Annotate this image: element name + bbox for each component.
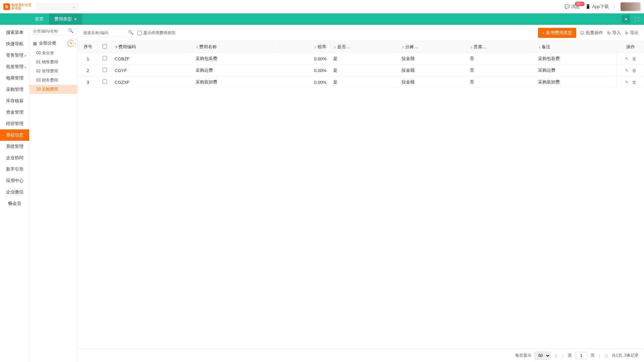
cell-op: ✎ 🗑 <box>617 76 644 88</box>
close-all-tabs-button[interactable]: ✕ <box>622 15 630 23</box>
col-ticket[interactable]: ▲▼普票… <box>466 41 535 53</box>
search-icon[interactable]: 🔍 <box>128 30 133 35</box>
nav-item-12[interactable]: 新手引导 <box>0 164 29 175</box>
cell-op: ✎ 🗑 <box>617 53 644 65</box>
search-input[interactable] <box>83 29 133 37</box>
import-label: 导入 <box>612 30 621 36</box>
row-checkbox[interactable] <box>103 68 107 72</box>
batch-button[interactable]: ☑ 批量操作 <box>580 30 603 36</box>
prev-page-button[interactable]: ⟨ <box>561 353 565 358</box>
nav-item-7[interactable]: 资金管理 <box>0 107 29 118</box>
nav-item-10[interactable]: 系统管理 <box>0 141 29 152</box>
cell-ticket: 否 <box>466 76 535 88</box>
nav-label: 采购管理 <box>6 86 23 93</box>
logo-icon: b <box>3 3 10 10</box>
show-disabled-input[interactable] <box>138 31 142 35</box>
nav-item-5[interactable]: 采购管理 <box>0 84 29 95</box>
add-button[interactable]: + 新增费用类型 <box>538 28 576 38</box>
cell-checkbox <box>98 53 111 65</box>
row-checkbox[interactable] <box>103 56 107 60</box>
delete-icon[interactable]: 🗑 <box>632 80 636 85</box>
col-seq[interactable]: 序号 <box>78 41 98 53</box>
company-selector[interactable]: ⌄ <box>36 3 79 10</box>
nav-item-9[interactable]: 基础信息 <box>0 129 29 141</box>
messages-badge: 99 + <box>575 2 585 6</box>
nav-label: 新手引导 <box>6 166 23 172</box>
nav-item-13[interactable]: 应用中心 <box>0 175 29 186</box>
cell-name: 采购包装费 <box>192 53 274 65</box>
cell-ticket: 否 <box>466 65 535 76</box>
batch-label: 批量操作 <box>586 30 603 36</box>
row-checkbox[interactable] <box>103 79 107 84</box>
col-code[interactable]: ▲▼费用编码 <box>111 41 192 53</box>
first-page-button[interactable]: |⟨ <box>554 353 558 358</box>
delete-icon[interactable]: 🗑 <box>632 56 636 61</box>
category-item-1[interactable]: 01 销售费用 <box>30 58 77 67</box>
nav-item-14[interactable]: 企业微信 <box>0 186 29 198</box>
nav-label: 电商管理 <box>6 75 23 81</box>
show-disabled-checkbox[interactable]: 显示停用费用类型 <box>138 30 175 36</box>
nav-label: 快捷导航 <box>6 41 23 47</box>
next-page-button[interactable]: ⟩ <box>598 353 601 358</box>
cell-name: 采购装卸费 <box>192 76 274 88</box>
tab-1[interactable]: 费用类型✕ <box>49 13 82 25</box>
tab-0[interactable]: 首页 <box>30 13 49 25</box>
page-input[interactable] <box>575 352 587 359</box>
plus-icon: + <box>542 31 545 36</box>
close-icon[interactable]: ✕ <box>74 17 77 21</box>
app-download-label: App下载 <box>592 4 608 10</box>
per-page-select[interactable]: 50 <box>535 352 551 360</box>
cell-checkbox <box>98 65 111 76</box>
nav-label: 应用中心 <box>6 178 23 184</box>
avatar[interactable] <box>621 2 641 11</box>
fullscreen-button[interactable]: ⛶ <box>633 15 641 23</box>
divider: | <box>614 4 615 9</box>
nav-item-3[interactable]: 批发管理▸ <box>0 61 29 72</box>
category-item-2[interactable]: 02 管理费用 <box>30 67 77 76</box>
cell-name: 采购运费 <box>192 65 274 76</box>
messages-link[interactable]: 💬 消息 99 + <box>565 4 580 10</box>
nav-item-0[interactable]: 搜索菜单 <box>0 27 29 38</box>
nav-item-4[interactable]: 电商管理 <box>0 72 29 84</box>
left-nav: 搜索菜单快捷导航零售管理▸批发管理▸电商管理采购管理库存核算资金管理经营管理基础… <box>0 25 30 362</box>
col-remark[interactable]: ▲▼备注 <box>535 41 617 53</box>
category-item-4[interactable]: 20 采购费用 <box>30 85 77 94</box>
import-icon: ↻ <box>607 31 611 36</box>
col-alloc[interactable]: ▲▼分摊… <box>398 41 467 53</box>
search-icon[interactable]: 🔍 <box>68 28 73 33</box>
cell-alloc: 按金额 <box>398 65 467 76</box>
cell-code: CGZXF <box>111 76 192 88</box>
logo: b 畅捷通好生意 标准版 <box>3 3 33 10</box>
app-download-link[interactable]: 📱 App下载 <box>585 4 608 10</box>
tab-bar: 首页费用类型✕ ✕ ⛶ <box>0 13 644 25</box>
category-item-0[interactable]: 00 未分类 <box>30 49 77 58</box>
delete-icon[interactable]: 🗑 <box>632 68 636 73</box>
edit-icon[interactable]: ✎ <box>625 56 629 61</box>
import-button[interactable]: ↻ 导入 <box>607 30 621 36</box>
col-rate[interactable]: ▲▼税率 <box>274 41 330 53</box>
category-all[interactable]: ▦ 全部分类 ✎ <box>30 38 77 49</box>
nav-item-15[interactable]: 畅会员 <box>0 198 29 209</box>
data-table: 序号 ▲▼费用编码 ▲▼费用名称 ▲▼税率 ▲▼是否… ▲▼分摊… ▲▼普票… … <box>78 41 644 88</box>
last-page-button[interactable]: ⟩| <box>604 353 608 358</box>
select-all-checkbox[interactable] <box>103 44 107 49</box>
nav-label: 企业协同 <box>6 155 23 161</box>
export-button[interactable]: ↻ 导出 <box>625 30 639 36</box>
nav-item-8[interactable]: 经营管理 <box>0 118 29 129</box>
edit-icon[interactable]: ✎ <box>625 80 629 85</box>
nav-label: 资金管理 <box>6 109 23 115</box>
category-item-3[interactable]: 03 财务费用 <box>30 76 77 85</box>
nav-item-1[interactable]: 快捷导航 <box>0 38 29 50</box>
nav-item-2[interactable]: 零售管理▸ <box>0 50 29 61</box>
col-checkbox[interactable] <box>98 41 111 53</box>
nav-item-6[interactable]: 库存核算 <box>0 95 29 107</box>
logo-subtext: 标准版 <box>11 7 32 10</box>
nav-item-11[interactable]: 企业协同 <box>0 152 29 164</box>
table-row: 1 CGBZF 采购包装费 0.00% 是 按金额 否 采购包装费 ✎ 🗑 <box>78 53 644 65</box>
cell-alloc: 按金额 <box>398 76 467 88</box>
edit-icon[interactable]: ✎ <box>625 68 629 73</box>
nav-label: 批发管理 <box>6 64 23 70</box>
col-isflag[interactable]: ▲▼是否… <box>330 41 398 53</box>
col-name[interactable]: ▲▼费用名称 <box>192 41 274 53</box>
collapse-panel-button[interactable]: « <box>73 40 78 47</box>
